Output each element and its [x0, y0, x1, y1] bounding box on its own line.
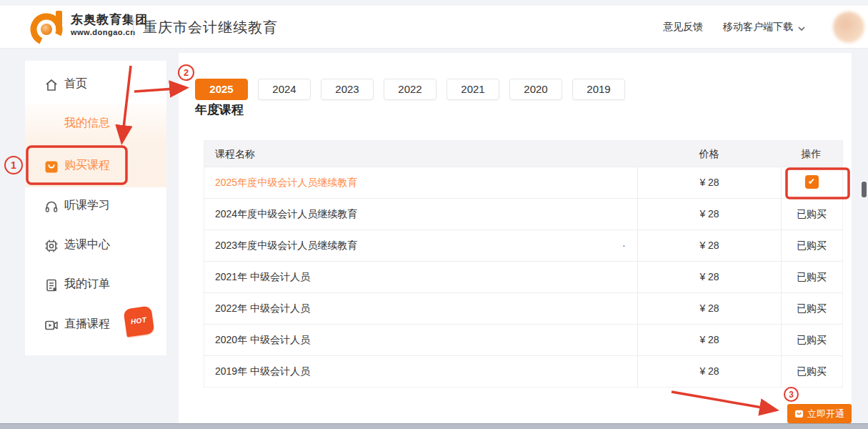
sidebar-item-label: 听课学习 [64, 193, 110, 217]
header-divider [133, 17, 134, 37]
annotation-step-1: 1 [4, 156, 23, 174]
table-row: 2021年 中级会计人员¥ 28已购买 [204, 261, 842, 292]
course-price: ¥ 28 [637, 230, 781, 261]
course-checkbox-checked[interactable]: ✔ [805, 175, 819, 189]
col-header-course-name: 课程名称 [204, 141, 637, 167]
year-tab-2025[interactable]: 2025 [195, 79, 248, 100]
sidebar-item-home[interactable]: 首页 [25, 72, 166, 96]
table-row: 2024年度中级会计人员继续教育¥ 28已购买 [204, 198, 842, 230]
course-action: 已购买 [781, 325, 842, 355]
activate-now-label: 立即开通 [807, 408, 844, 420]
course-price: ¥ 28 [637, 262, 781, 292]
hot-badge: HOT [123, 306, 154, 337]
logo-company-name: 东奥教育集团 [71, 13, 148, 27]
bag-icon [44, 158, 59, 172]
user-avatar[interactable] [833, 11, 864, 43]
sidebar-item-label: 购买课程 [64, 153, 110, 177]
mobile-download-link[interactable]: 移动客户端下载 [723, 21, 793, 34]
table-row: 2020年 中级会计人员¥ 28已购买 [204, 324, 842, 355]
chevron-down-icon[interactable] [798, 25, 805, 32]
table-row: 2019年 中级会计人员¥ 28已购买 [204, 355, 842, 387]
sidebar-item-my-info[interactable]: 我的信息 [25, 111, 166, 135]
year-tab-2022[interactable]: 2022 [384, 79, 437, 100]
course-name[interactable]: 2023年度中级会计人员继续教育· [204, 230, 637, 261]
feedback-link[interactable]: 意见反馈 [663, 21, 703, 34]
course-price: ¥ 28 [637, 356, 781, 387]
purchased-label: 已购买 [797, 208, 827, 220]
order-icon [44, 277, 59, 291]
course-price: ¥ 28 [637, 325, 781, 355]
horizontal-scrollbar[interactable] [0, 423, 868, 429]
course-action: 已购买 [781, 356, 842, 387]
purchased-label: 已购买 [797, 302, 827, 314]
sidebar-item-listen-learn[interactable]: 听课学习 [25, 193, 166, 217]
purchased-label: 已购买 [797, 334, 827, 345]
vertical-scrollbar-thumb[interactable] [862, 182, 867, 197]
course-action: ✔ [781, 167, 842, 198]
table-row: 2022年 中级会计人员¥ 28已购买 [204, 292, 842, 324]
purchased-label: 已购买 [797, 271, 827, 282]
table-header-row: 课程名称 价格 操作 [204, 141, 842, 167]
year-tab-2023[interactable]: 2023 [321, 79, 374, 100]
purchased-label: 已购买 [797, 365, 827, 377]
col-header-action: 操作 [781, 141, 842, 167]
logo-text: 东奥教育集团 www.dongao.cn [71, 13, 148, 37]
bag-icon [794, 409, 804, 418]
year-tab-2024[interactable]: 2024 [258, 79, 311, 100]
home-icon [44, 77, 59, 91]
section-title: 年度课程 [195, 102, 244, 118]
sidebar-item-label: 直播课程 [64, 312, 110, 336]
table-row: 2023年度中级会计人员继续教育·¥ 28已购买 [204, 230, 842, 261]
course-price: ¥ 28 [637, 199, 781, 230]
sidebar-item-label: 选课中心 [64, 232, 110, 257]
activate-now-button[interactable]: 立即开通 [787, 404, 852, 423]
headphones-icon [44, 198, 59, 212]
year-tab-2020[interactable]: 2020 [509, 79, 562, 100]
year-tab-2019[interactable]: 2019 [572, 79, 625, 100]
year-tab-2021[interactable]: 2021 [447, 79, 499, 100]
year-tabs: 2025202420232022202120202019 [195, 79, 625, 100]
course-action: 已购买 [781, 262, 842, 292]
sidebar-item-label: 我的信息 [64, 111, 110, 135]
course-price: ¥ 28 [637, 167, 781, 198]
course-name[interactable]: 2024年度中级会计人员继续教育 [204, 199, 637, 230]
course-name[interactable]: 2022年 中级会计人员 [204, 293, 637, 324]
course-price: ¥ 28 [637, 293, 781, 324]
sidebar-item-course-center[interactable]: 选课中心 [25, 232, 166, 257]
chip-icon [44, 237, 59, 252]
purchased-label: 已购买 [797, 240, 827, 251]
dongao-logo-icon[interactable] [29, 9, 66, 46]
col-header-price: 价格 [637, 141, 781, 167]
course-action: 已购买 [781, 199, 842, 230]
course-name[interactable]: 2021年 中级会计人员 [204, 262, 637, 292]
course-action: 已购买 [781, 230, 842, 261]
top-header: 东奥教育集团 www.dongao.cn 重庆市会计继续教育 意见反馈 移动客户… [0, 6, 868, 49]
course-name[interactable]: 2020年 中级会计人员 [204, 325, 637, 355]
sidebar-item-label: 我的订单 [64, 272, 110, 296]
sidebar-item-my-orders[interactable]: 我的订单 [25, 272, 166, 296]
course-name[interactable]: 2019年 中级会计人员 [204, 356, 637, 387]
sidebar-item-buy-courses[interactable]: 购买课程 [25, 153, 166, 177]
video-icon [44, 317, 59, 331]
course-action: 已购买 [781, 293, 842, 324]
main-content-panel: 2025202420232022202120202019 年度课程 课程名称 价… [179, 53, 852, 423]
site-title: 重庆市会计继续教育 [143, 18, 278, 37]
table-row: 2025年度中级会计人员继续教育¥ 28✔ [204, 167, 842, 198]
sidebar-item-live-courses[interactable]: 直播课程HOT [25, 312, 166, 336]
stray-mark: · [622, 230, 626, 261]
course-name[interactable]: 2025年度中级会计人员继续教育 [204, 167, 637, 198]
logo-website: www.dongao.cn [71, 27, 148, 37]
courses-table: 课程名称 价格 操作 2025年度中级会计人员继续教育¥ 28✔2024年度中级… [204, 140, 843, 388]
sidebar-item-label: 首页 [64, 72, 87, 96]
sidebar-nav: 首页我的信息购买课程听课学习选课中心我的订单直播课程HOT [25, 61, 166, 355]
